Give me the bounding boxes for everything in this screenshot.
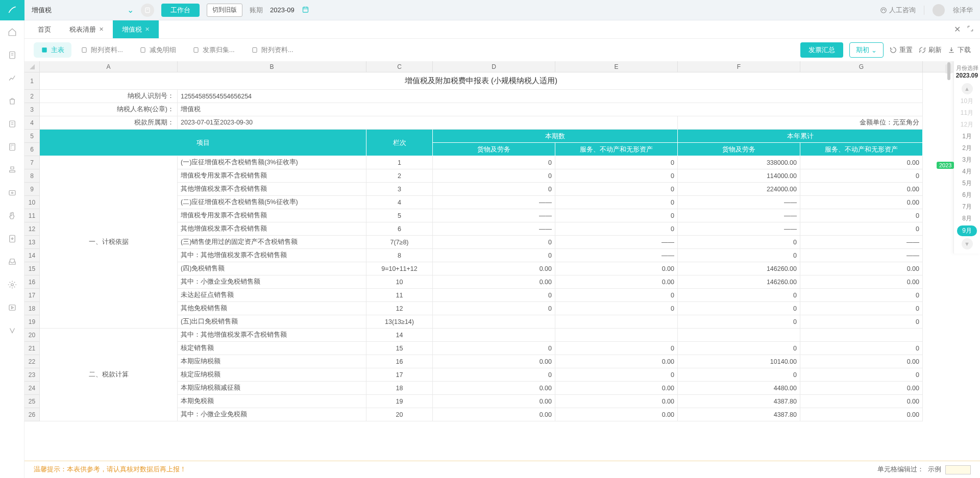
value-cell[interactable]: 0 xyxy=(800,222,923,236)
value-cell[interactable]: 0 xyxy=(433,342,555,355)
value-cell[interactable]: 0 xyxy=(800,289,923,302)
value-cell[interactable]: 10140.00 xyxy=(678,355,800,368)
col-header-C[interactable]: C xyxy=(366,61,433,72)
subtab-3[interactable]: 发票归集... xyxy=(185,42,242,58)
value-cell[interactable]: 0 xyxy=(678,342,800,355)
month-option[interactable]: 5月 xyxy=(954,178,980,189)
item-cell[interactable]: 其中：其他增值税发票不含税销售额 xyxy=(178,249,366,262)
subtab-0[interactable]: 主表 xyxy=(34,42,71,58)
nav-chart-icon[interactable] xyxy=(0,66,24,89)
tab-1[interactable]: 税表清册✕ xyxy=(60,20,113,38)
nav-video-icon[interactable] xyxy=(0,296,24,319)
value-cell[interactable]: —— xyxy=(678,209,800,222)
item-cell[interactable]: 本期应纳税额 xyxy=(178,355,366,368)
value-cell[interactable]: 0.00 xyxy=(800,382,923,395)
row-header[interactable]: 26 xyxy=(24,408,40,421)
month-next-button[interactable]: ▼ xyxy=(962,238,973,249)
tab-0[interactable]: 首页 xyxy=(29,20,60,38)
value-cell[interactable]: 146260.00 xyxy=(678,275,800,289)
col-cell[interactable]: 3 xyxy=(366,183,433,196)
item-cell[interactable]: 增值税专用发票不含税销售额 xyxy=(178,169,366,183)
row-header[interactable]: 6 xyxy=(24,143,40,156)
row-header[interactable]: 13 xyxy=(24,236,40,249)
subtab-1[interactable]: 附列资料... xyxy=(74,42,130,58)
col-cell[interactable]: 9=10+11+12 xyxy=(366,262,433,275)
nav-bag-icon[interactable] xyxy=(0,89,24,112)
value-cell[interactable]: 0 xyxy=(433,236,555,249)
value-cell[interactable] xyxy=(800,329,923,342)
value-cell[interactable]: —— xyxy=(555,249,678,262)
value-cell[interactable]: 0 xyxy=(555,196,678,209)
value-cell[interactable]: —— xyxy=(800,249,923,262)
close-icon[interactable]: ✕ xyxy=(954,24,961,34)
col-cell[interactable]: 4 xyxy=(366,196,433,209)
value-cell[interactable]: 0.00 xyxy=(800,183,923,196)
month-option[interactable]: 2月 xyxy=(954,142,980,154)
workbench-button[interactable]: 工作台 xyxy=(161,4,200,17)
value-cell[interactable]: 0 xyxy=(800,342,923,355)
nav-doc-icon[interactable] xyxy=(0,43,24,66)
value-cell[interactable]: 0.00 xyxy=(433,355,555,368)
value-cell[interactable]: 0 xyxy=(800,209,923,222)
item-cell[interactable]: (三)销售使用过的固定资产不含税销售额 xyxy=(178,236,366,249)
expand-icon[interactable] xyxy=(967,25,974,34)
reset-button[interactable]: 重置 xyxy=(890,45,913,55)
value-cell[interactable]: 4387.80 xyxy=(678,408,800,421)
month-option[interactable]: 1月 xyxy=(954,131,980,142)
avatar[interactable] xyxy=(933,4,945,16)
value-cell[interactable]: 0 xyxy=(800,315,923,329)
col-header-D[interactable]: D xyxy=(433,61,555,72)
value-cell[interactable]: 0.00 xyxy=(433,395,555,408)
value-cell[interactable]: 114000.00 xyxy=(678,169,800,183)
nav-list-icon[interactable] xyxy=(0,112,24,135)
value-cell[interactable]: —— xyxy=(433,209,555,222)
col-cell[interactable]: 19 xyxy=(366,395,433,408)
value-cell[interactable]: —— xyxy=(678,196,800,209)
download-button[interactable]: 下载 xyxy=(948,45,971,55)
row-header[interactable]: 5 xyxy=(24,130,40,143)
row-header[interactable]: 10 xyxy=(24,196,40,209)
tab-close-icon[interactable]: ✕ xyxy=(145,26,150,33)
subtab-4[interactable]: 附列资料... xyxy=(244,42,301,58)
value-cell[interactable]: —— xyxy=(678,222,800,236)
value-cell[interactable]: 0 xyxy=(678,236,800,249)
row-header[interactable]: 19 xyxy=(24,315,40,329)
select-all-corner[interactable] xyxy=(24,61,40,72)
value-cell[interactable] xyxy=(433,315,555,329)
value-cell[interactable] xyxy=(555,315,678,329)
value-cell[interactable]: 0.00 xyxy=(555,355,678,368)
row-header[interactable]: 16 xyxy=(24,275,40,289)
row-header[interactable]: 21 xyxy=(24,342,40,355)
col-cell[interactable]: 20 xyxy=(366,408,433,421)
row-header[interactable]: 15 xyxy=(24,262,40,275)
item-cell[interactable]: (一)应征增值税不含税销售额(3%征收率) xyxy=(178,156,366,169)
value-cell[interactable]: 0 xyxy=(678,289,800,302)
value-cell[interactable]: 0 xyxy=(433,249,555,262)
value-cell[interactable]: 338000.00 xyxy=(678,156,800,169)
row-header[interactable]: 12 xyxy=(24,222,40,236)
col-cell[interactable]: 18 xyxy=(366,382,433,395)
company-selector[interactable]: 增值税 ⌄ xyxy=(32,5,134,15)
month-option[interactable]: 3月 xyxy=(954,154,980,166)
value-cell[interactable]: 0.00 xyxy=(433,408,555,421)
col-cell[interactable]: 5 xyxy=(366,209,433,222)
item-cell[interactable]: 核定应纳税额 xyxy=(178,368,366,382)
month-prev-button[interactable]: ▲ xyxy=(962,83,973,94)
value-cell[interactable]: 0.00 xyxy=(433,275,555,289)
row-header[interactable]: 25 xyxy=(24,395,40,408)
item-cell[interactable]: 增值税专用发票不含税销售额 xyxy=(178,209,366,222)
item-cell[interactable]: 其他增值税发票不含税销售额 xyxy=(178,222,366,236)
item-cell[interactable]: 其他增值税发票不含税销售额 xyxy=(178,183,366,196)
value-cell[interactable]: 0.00 xyxy=(800,355,923,368)
value-cell[interactable]: 0 xyxy=(433,183,555,196)
tab-close-icon[interactable]: ✕ xyxy=(99,26,104,33)
subtab-2[interactable]: 减免明细 xyxy=(132,42,183,58)
tab-2[interactable]: 增值税✕ xyxy=(113,20,159,38)
col-cell[interactable]: 8 xyxy=(366,249,433,262)
month-option[interactable]: 11月 xyxy=(954,107,980,119)
value-cell[interactable]: 0.00 xyxy=(800,156,923,169)
row-header[interactable]: 24 xyxy=(24,382,40,395)
value-cell[interactable]: 0.00 xyxy=(555,395,678,408)
nav-stamp-icon[interactable] xyxy=(0,158,24,181)
row-header[interactable]: 22 xyxy=(24,355,40,368)
